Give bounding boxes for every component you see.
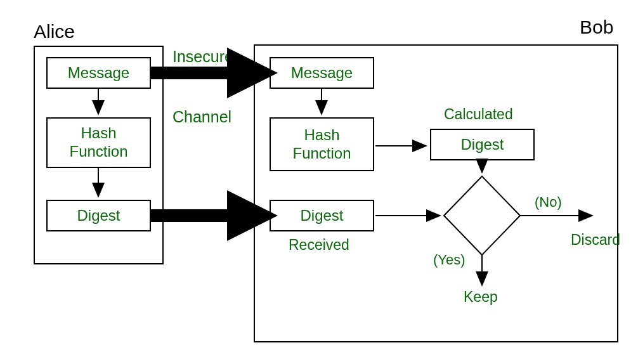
received-label: Received [289, 237, 349, 254]
alice-digest-box: Digest [46, 200, 151, 231]
bob-message-box: Message [270, 57, 374, 89]
insecure-label: Insecure [173, 48, 233, 66]
bob-calc-digest-text: Digest [460, 136, 504, 154]
alice-hash-text: Hash Function [69, 124, 127, 161]
alice-digest-text: Digest [77, 207, 120, 225]
decision-text: Same? [460, 207, 508, 224]
discard-label: Discard [571, 231, 620, 249]
yes-label: (Yes) [433, 252, 465, 268]
calculated-label: Calculated [444, 106, 513, 123]
alice-hash-box: Hash Function [46, 117, 151, 168]
bob-hash-text: Hash Function [292, 126, 351, 163]
alice-message-text: Message [68, 64, 129, 82]
channel-label: Channel [173, 108, 231, 126]
alice-title: Alice [34, 21, 75, 42]
bob-container [254, 44, 618, 342]
bob-recv-digest-box: Digest [270, 200, 374, 231]
alice-message-box: Message [46, 57, 151, 89]
bob-message-text: Message [291, 64, 353, 82]
bob-title: Bob [580, 16, 613, 38]
bob-calc-digest-box: Digest [430, 129, 535, 160]
keep-label: Keep [464, 289, 498, 306]
bob-recv-digest-text: Digest [300, 207, 343, 225]
bob-hash-box: Hash Function [270, 117, 374, 171]
no-label: (No) [535, 194, 562, 211]
